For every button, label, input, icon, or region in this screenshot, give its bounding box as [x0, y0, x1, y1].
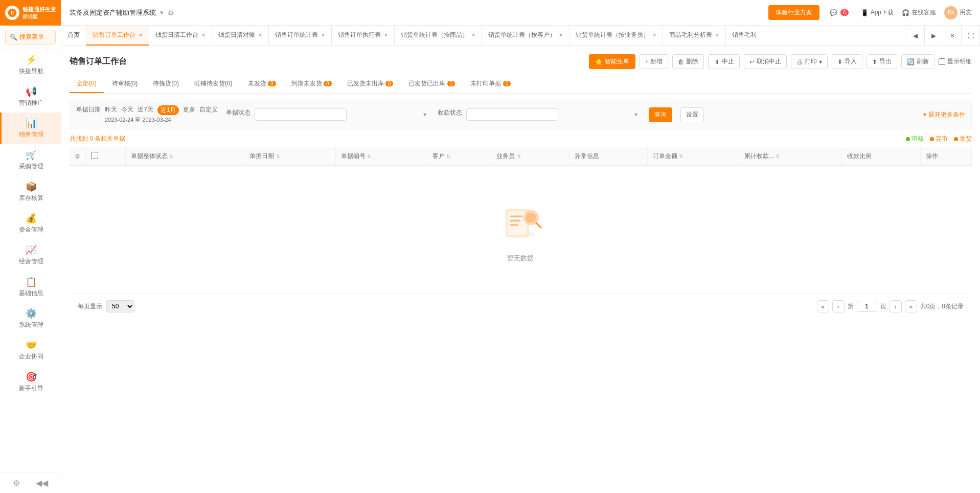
tab-cash-daily[interactable]: 钱货日清工作台 ✕	[149, 26, 212, 46]
sidebar-item-quick-nav[interactable]: ⚡ 快捷导航	[0, 49, 61, 81]
date-opt-more[interactable]: 更多	[183, 105, 195, 115]
show-detail-checkbox[interactable]: 显示明细	[939, 57, 972, 66]
sidebar-nav: ⚡ 快捷导航 📢 营销推广 📊 销售管理 🛒 采购管理 📦 库存核算 💰 资金管…	[0, 49, 61, 398]
sidebar-item-purchase[interactable]: 🛒 采购管理	[0, 144, 61, 176]
tab-home[interactable]: 首页	[61, 26, 86, 46]
tab-sales-profit[interactable]: 销售毛利	[726, 26, 763, 46]
tab-close-all-btn[interactable]: ✕	[943, 26, 962, 46]
review-quick-btn[interactable]: 审核	[906, 135, 924, 143]
payment-select[interactable]	[466, 108, 558, 121]
message-btn[interactable]: 💬 6	[826, 9, 853, 16]
staff-sort-icon[interactable]: ⇅	[517, 153, 521, 159]
date-sort-icon[interactable]: ⇅	[276, 153, 280, 159]
tab-sales-product-stats[interactable]: 销货单统计表（按商品） ✕	[395, 26, 482, 46]
tab-close-sales-exec[interactable]: ✕	[384, 32, 388, 38]
tab-fullscreen-btn[interactable]: ⛶	[962, 26, 980, 46]
tab-close-gross-profit[interactable]: ✕	[715, 32, 719, 38]
sidebar-item-operations[interactable]: 📈 经营管理	[0, 239, 61, 271]
collected-sort-icon[interactable]: ⇅	[776, 153, 780, 159]
cancel-review-quick-btn[interactable]: 弃审	[930, 135, 948, 143]
sub-tab-not-shipped[interactable]: 未发货 0	[241, 75, 283, 93]
expand-conditions-btn[interactable]: ▾ 展开更多条件	[923, 110, 965, 119]
page-size-select[interactable]: 50 10 20 100	[106, 300, 134, 312]
table-scroll-area[interactable]: ⚙ 单据整体状态 ⇅ 单据日期 ⇅	[70, 147, 972, 294]
tab-cash-reconcile[interactable]: 钱货日清对账 ✕	[212, 26, 269, 46]
tab-next-btn[interactable]: ▶	[925, 26, 943, 46]
sidebar-item-inventory[interactable]: 📦 库存核算	[0, 176, 61, 208]
date-opt-custom[interactable]: 自定义	[199, 105, 218, 115]
sub-tab-shipped-not-out[interactable]: 已发货未出库 0	[340, 75, 401, 93]
search-menu-button[interactable]: 🔍 搜索菜单	[5, 30, 56, 44]
status-select[interactable]	[255, 108, 347, 121]
customer-sort-icon[interactable]: ⇅	[446, 153, 450, 159]
smart-order-btn[interactable]: ⭐ 智能生单	[589, 54, 635, 69]
query-btn[interactable]: 查询	[649, 107, 672, 122]
sidebar-item-finance[interactable]: 💰 资金管理	[0, 208, 61, 239]
tab-close-sales-workbench[interactable]: ✕	[139, 32, 143, 38]
tab-close-sales-product-stats[interactable]: ✕	[471, 32, 475, 38]
suspend-btn[interactable]: ⏸ 中止	[708, 54, 740, 69]
tab-close-sales-stats[interactable]: ✕	[321, 32, 325, 38]
tab-sales-workbench[interactable]: 销售订单工作台 ✕	[86, 26, 149, 46]
sub-tab-wangpu[interactable]: 旺铺待发货(0)	[187, 75, 240, 93]
sub-tab-expired-not-shipped[interactable]: 到期未发货 0	[284, 75, 339, 93]
sub-tab-pending-review[interactable]: 待审核(0)	[105, 75, 145, 93]
show-detail-input[interactable]	[939, 58, 945, 65]
tab-close-sales-staff-stats[interactable]: ✕	[652, 32, 656, 38]
tab-close-cash-reconcile[interactable]: ✕	[258, 32, 262, 38]
amount-sort-icon[interactable]: ⇅	[679, 153, 683, 159]
page-input[interactable]	[857, 301, 877, 312]
delete-btn[interactable]: 🗑 删除	[672, 54, 704, 69]
col-settings[interactable]: ⚙	[70, 147, 86, 166]
tab-sales-customer-stats[interactable]: 销货单统计表（按客户） ✕	[482, 26, 569, 46]
cancel-suspend-btn[interactable]: ↩ 取消中止	[744, 54, 787, 69]
filter-settings-btn[interactable]: 设置	[680, 107, 704, 122]
tab-prev-btn[interactable]: ◀	[906, 26, 925, 46]
collapse-button[interactable]: ◀◀	[36, 478, 48, 488]
tab-sales-staff-stats[interactable]: 销货单统计表（按业务员） ✕	[569, 26, 663, 46]
date-opt-1month[interactable]: 近1月	[157, 105, 179, 115]
status-label: 单据状态	[226, 108, 250, 117]
first-page-btn[interactable]: «	[817, 300, 829, 312]
select-all-checkbox[interactable]	[91, 152, 98, 159]
column-settings-icon[interactable]: ⚙	[75, 153, 80, 160]
next-page-btn[interactable]: ›	[890, 300, 902, 312]
import-btn[interactable]: ⬇ 导入	[832, 54, 862, 69]
dropdown-icon[interactable]: ▾	[160, 9, 164, 16]
sidebar-item-basic-info[interactable]: 📋 基础信息	[0, 271, 61, 303]
sidebar-item-system[interactable]: ⚙️ 系统管理	[0, 303, 61, 334]
tab-gross-profit[interactable]: 商品毛利分析表 ✕	[663, 26, 726, 46]
online-service-btn[interactable]: 🎧 在线客服	[902, 8, 936, 17]
last-page-btn[interactable]: »	[905, 300, 917, 312]
tab-close-sales-customer-stats[interactable]: ✕	[559, 32, 563, 38]
number-sort-icon[interactable]: ⇅	[367, 153, 371, 159]
prev-page-btn[interactable]: ‹	[832, 300, 845, 312]
date-opt-yesterday[interactable]: 昨天	[105, 105, 117, 115]
sidebar-item-guide[interactable]: 🎯 新手引导	[0, 366, 61, 398]
add-btn[interactable]: + 新增	[640, 54, 668, 69]
date-opt-today[interactable]: 今天	[121, 105, 133, 115]
date-opt-7days[interactable]: 近7天	[138, 105, 153, 115]
export-btn[interactable]: ⬆ 导出	[867, 54, 897, 69]
app-download-btn[interactable]: 📱 App下载	[861, 8, 894, 17]
sidebar-item-marketing[interactable]: 📢 营销推广	[0, 81, 61, 113]
col-exception: 异常信息	[569, 147, 648, 166]
sub-tab-all[interactable]: 全部(0)	[70, 75, 104, 93]
tab-sales-exec[interactable]: 销售订单执行表 ✕	[332, 26, 395, 46]
settings-button[interactable]: ⚙	[13, 478, 20, 488]
tab-close-cash-daily[interactable]: ✕	[201, 32, 206, 38]
sidebar-item-sales[interactable]: 📊 销售管理	[0, 113, 61, 144]
industry-btn[interactable]: 体验行业方案	[768, 5, 819, 20]
ship-quick-btn[interactable]: 发货	[954, 135, 972, 143]
sub-tab-shipped-out[interactable]: 已发货已出库 0	[401, 75, 462, 93]
user-menu[interactable]: Ea 用友	[944, 6, 972, 19]
settings-icon[interactable]: ⚙	[168, 9, 174, 17]
tab-sales-stats[interactable]: 销售订单统计表 ✕	[269, 26, 332, 46]
sub-tab-not-printed[interactable]: 未打印单据 0	[463, 75, 518, 93]
print-btn[interactable]: 🖨 打印 ▾	[791, 54, 828, 69]
sub-tab-pending-inspect[interactable]: 待拣货(0)	[146, 75, 186, 93]
refresh-btn[interactable]: 🔄 刷新	[901, 54, 935, 69]
header-actions: 💬 6 📱 App下载 🎧 在线客服 Ea 用友	[826, 6, 972, 19]
sidebar-item-enterprise[interactable]: 🤝 企业协同	[0, 334, 61, 366]
status-sort-icon[interactable]: ⇅	[169, 153, 173, 159]
